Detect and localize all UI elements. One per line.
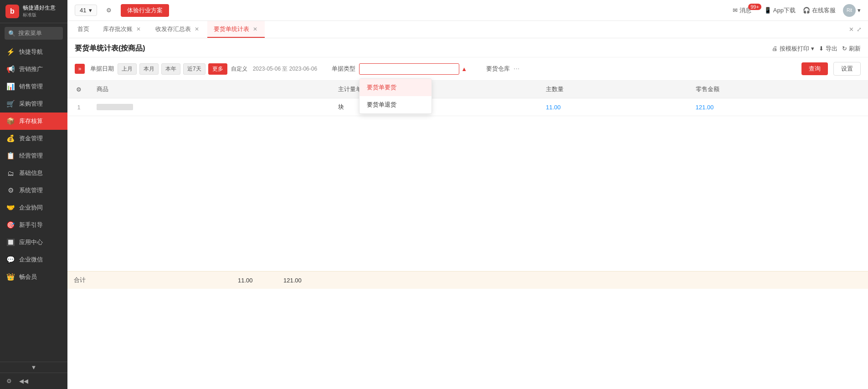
expand-icon: » [78,66,82,72]
logo-icon: b [5,5,19,18]
sidebar-item-quick-nav[interactable]: ⚡ 快捷导航 [0,43,67,61]
date-shortcut-thisyear[interactable]: 本年 [161,63,180,75]
warehouse-filter-label: 要货仓库 [486,65,510,73]
tab-recv-summary[interactable]: 收发存汇总表 ✕ [149,21,206,38]
user-avatar-button[interactable]: Rit ▾ [843,4,861,17]
date-shortcut-7days[interactable]: 近7天 [183,63,205,75]
date-range-text: 2023-05-06 至 2023-06-06 [253,66,317,72]
sidebar-item-label: 畅会员 [19,273,37,281]
sidebar-item-wechat[interactable]: 💬 企业微信 [0,251,67,268]
sidebar-item-system[interactable]: ⚙ 系统管理 [0,182,67,199]
settings-icon[interactable]: ⚙ [6,378,12,384]
row-product [90,98,332,116]
sidebar-item-apps[interactable]: 🔲 应用中心 [0,234,67,251]
tab-inventory-batch[interactable]: 库存批次账 ✕ [97,21,148,38]
table-body: 1 块 11.00 121.00 [67,98,868,116]
refresh-label: 刷新 [849,45,861,53]
sidebar-item-inventory[interactable]: 📦 库存核算 [0,113,67,130]
print-icon: 🖨 [772,45,778,52]
date-custom[interactable]: 自定义 [231,65,247,73]
sidebar-item-member[interactable]: 👑 畅会员 [0,268,67,286]
type-filter-input[interactable] [359,63,459,75]
print-button[interactable]: 🖨 按模板打印 ▾ [772,45,814,53]
settings-button[interactable]: 设置 [833,62,861,76]
tab-order-stat-close[interactable]: ✕ [252,26,258,33]
product-placeholder [97,104,133,110]
type-filter-label: 单据类型 [332,65,355,73]
data-table: ⚙ 商品 主计量单位 主数量 零售金额 1 [67,81,868,116]
sidebar-item-operation[interactable]: 📋 经营管理 [0,147,67,164]
topbar-gear-button[interactable]: ⚙ [103,5,115,15]
message-count: 99+ [748,4,761,10]
refresh-button[interactable]: ↻ 刷新 [842,45,861,53]
collapse-icon[interactable]: ◀◀ [19,378,28,384]
table-spacer [67,116,868,271]
warehouse-filter-group: 要货仓库 ··· [486,65,519,73]
purchase-icon: 🛒 [6,100,15,108]
sidebar-item-collab[interactable]: 🤝 企业协同 [0,199,67,216]
footer-total-amount: 121.00 [283,277,329,284]
apps-icon: 🔲 [6,238,15,246]
topbar-left: 41 ▾ ⚙ 体验行业方案 [75,4,169,17]
sidebar-search[interactable]: 🔍 搜索菜单 [5,27,63,40]
table-header: ⚙ 商品 主计量单位 主数量 零售金额 [67,81,868,98]
sidebar-item-label: 新手引导 [19,221,43,229]
query-button[interactable]: 查询 [801,62,828,75]
sidebar-item-label: 企业微信 [19,256,43,264]
tab-close-all-icon[interactable]: ✕ [849,26,854,33]
store-selector[interactable]: 41 ▾ [75,5,97,16]
member-icon: 👑 [6,273,15,281]
sidebar-item-label: 销售管理 [19,82,43,91]
date-shortcut-lastmonth[interactable]: 上月 [118,63,137,75]
sidebar-item-marketing[interactable]: 📢 营销推广 [0,61,67,78]
tab-expand-icon[interactable]: ⤢ [857,26,862,33]
date-shortcut-more[interactable]: 更多 [208,63,227,75]
warehouse-filter-dots[interactable]: ··· [514,65,519,73]
sidebar-item-label: 采购管理 [19,100,43,108]
app-download-button[interactable]: 📱 App下载 [764,6,796,15]
sidebar-item-purchase[interactable]: 🛒 采购管理 [0,95,67,113]
tab-order-stat[interactable]: 要货单统计表 ✕ [207,21,265,38]
row-amount-link[interactable]: 121.00 [696,104,714,111]
trial-button[interactable]: 体验行业方案 [121,4,169,17]
sidebar-item-label: 基础信息 [19,169,43,177]
date-filter-group: 单据日期 上月 本月 本年 近7天 更多 自定义 [90,63,247,75]
tab-inventory-batch-close[interactable]: ✕ [135,26,142,33]
row-qty: 11.00 [539,98,689,116]
print-label: 按模板打印 [780,45,809,53]
date-shortcut-thismonth[interactable]: 本月 [139,63,159,75]
topbar: 41 ▾ ⚙ 体验行业方案 ✉ 消息 99+ 📱 App下载 🎧 在线客服 [67,0,868,21]
col-product: 商品 [90,81,332,98]
tab-order-stat-label: 要货单统计表 [214,25,249,33]
sidebar-item-label: 快捷导航 [19,48,43,56]
filter-expand-button[interactable]: » [75,64,85,74]
sidebar-scroll-down[interactable]: ▼ [0,362,67,373]
type-filter-chevron[interactable]: ▲ [461,66,467,72]
col-settings[interactable]: ⚙ [67,81,90,98]
sidebar-item-sales[interactable]: 📊 销售管理 [0,78,67,95]
tab-inventory-batch-label: 库存批次账 [103,25,133,33]
sidebar-nav: ⚡ 快捷导航 📢 营销推广 📊 销售管理 🛒 采购管理 📦 库存核算 💰 资金管… [0,43,67,362]
tab-home[interactable]: 首页 [71,21,96,38]
finance-icon: 💰 [6,134,15,143]
message-icon: ✉ [733,7,738,14]
export-button[interactable]: ⬇ 导出 [819,45,837,53]
filter-bar: » 单据日期 上月 本月 本年 近7天 更多 自定义 2023-05-06 至 … [67,57,868,81]
message-button[interactable]: ✉ 消息 99+ [733,6,757,15]
sidebar-item-base[interactable]: 🗂 基础信息 [0,164,67,182]
dropdown-item-order-goods[interactable]: 要货单要货 [360,79,431,96]
sales-icon: 📊 [6,82,15,91]
date-range-display: 2023-05-06 至 2023-06-06 [253,65,317,73]
online-service-button[interactable]: 🎧 在线客服 [803,6,836,15]
app-version: 标准版 [23,12,56,18]
sidebar-item-finance[interactable]: 💰 资金管理 [0,130,67,147]
tab-recv-summary-close[interactable]: ✕ [194,26,200,33]
row-qty-link[interactable]: 11.00 [546,104,561,111]
tabs-end: ✕ ⤢ [846,21,864,38]
sidebar-item-guide[interactable]: 🎯 新手引导 [0,216,67,234]
guide-icon: 🎯 [6,221,15,229]
export-icon: ⬇ [819,45,824,52]
sidebar-item-label: 资金管理 [19,134,43,143]
dropdown-item-order-return[interactable]: 要货单退货 [360,96,431,113]
row-amount: 121.00 [689,98,868,116]
